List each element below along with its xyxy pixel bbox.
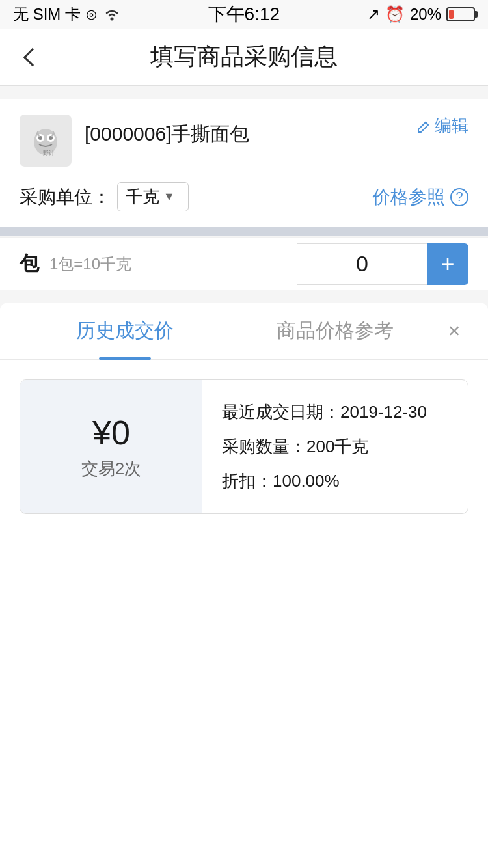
product-logo-icon: 野计 bbox=[26, 121, 65, 160]
unit-label: 采购单位： 千克 ▼ bbox=[20, 182, 189, 211]
help-circle-icon: ? bbox=[450, 188, 468, 206]
nav-bar: 填写商品采购信息 bbox=[0, 29, 488, 86]
tab-history-price[interactable]: 历史成交价 bbox=[20, 303, 230, 360]
status-time: 下午6:12 bbox=[208, 2, 280, 27]
product-card: 野计 [0000006]手撕面包 编辑 采购单位： 千克 ▼ 价格参照 ? bbox=[0, 99, 488, 227]
quantity-plus-button[interactable]: + bbox=[427, 243, 468, 285]
edit-button[interactable]: 编辑 bbox=[416, 115, 468, 137]
tabs-header: 历史成交价 商品价格参考 × bbox=[0, 303, 488, 360]
status-bar: 无 SIM 卡 ⊙ 下午6:12 ↗ ⏰ 20% bbox=[0, 0, 488, 29]
white-fill-area bbox=[0, 534, 488, 868]
battery-icon bbox=[446, 7, 475, 21]
wifi-icon bbox=[103, 8, 121, 21]
location-icon: ↗ bbox=[367, 5, 380, 23]
tabs-section: 历史成交价 商品价格参考 × ¥0 交易2次 最近成交日期：2019-12-30… bbox=[0, 303, 488, 534]
price-trade-count: 交易2次 bbox=[81, 457, 141, 480]
price-amount: ¥0 bbox=[92, 413, 130, 452]
purchase-unit-row: 采购单位： 千克 ▼ 价格参照 ? bbox=[20, 182, 468, 211]
sim-status: 无 SIM 卡 ⊙ bbox=[13, 4, 98, 25]
section-separator bbox=[0, 227, 488, 236]
price-summary: ¥0 交易2次 bbox=[20, 380, 202, 513]
status-left: 无 SIM 卡 ⊙ bbox=[13, 4, 121, 25]
back-arrow-icon bbox=[23, 47, 42, 66]
discount-row: 折扣：100.00% bbox=[222, 468, 448, 494]
price-record-card: ¥0 交易2次 最近成交日期：2019-12-30 采购数量：200千克 折扣：… bbox=[20, 379, 468, 514]
price-reference-button[interactable]: 价格参照 ? bbox=[372, 185, 468, 210]
svg-text:野计: 野计 bbox=[43, 150, 55, 156]
battery-percent: 20% bbox=[410, 5, 441, 23]
quantity-label: 包 1包=10千克 bbox=[20, 251, 131, 277]
purchase-qty-row: 采购数量：200千克 bbox=[222, 434, 448, 459]
tab-product-price-ref[interactable]: 商品价格参考 bbox=[230, 303, 440, 360]
back-button[interactable] bbox=[20, 44, 46, 70]
quantity-input[interactable]: 0 bbox=[297, 243, 427, 285]
alarm-icon: ⏰ bbox=[385, 5, 405, 23]
tab-content-history: ¥0 交易2次 最近成交日期：2019-12-30 采购数量：200千克 折扣：… bbox=[0, 360, 488, 534]
recent-date-row: 最近成交日期：2019-12-30 bbox=[222, 400, 448, 425]
unit-select-dropdown[interactable]: 千克 ▼ bbox=[117, 182, 189, 211]
quantity-input-row: 0 + bbox=[297, 243, 468, 285]
svg-point-0 bbox=[110, 18, 113, 21]
close-tab-button[interactable]: × bbox=[440, 317, 468, 346]
quantity-unit-label: 包 bbox=[20, 251, 39, 277]
status-right: ↗ ⏰ 20% bbox=[367, 5, 475, 23]
quantity-section: 包 1包=10千克 0 + bbox=[0, 237, 488, 290]
product-info: 野计 [0000006]手撕面包 bbox=[20, 115, 249, 167]
product-name: [0000006]手撕面包 bbox=[85, 121, 249, 148]
quantity-conversion-label: 1包=10千克 bbox=[49, 254, 131, 275]
edit-icon bbox=[416, 119, 431, 133]
dropdown-arrow-icon: ▼ bbox=[163, 190, 175, 204]
product-image: 野计 bbox=[20, 115, 72, 167]
page-title: 填写商品采购信息 bbox=[150, 41, 338, 73]
price-details: 最近成交日期：2019-12-30 采购数量：200千克 折扣：100.00% bbox=[202, 380, 468, 513]
product-header: 野计 [0000006]手撕面包 编辑 bbox=[20, 115, 468, 167]
